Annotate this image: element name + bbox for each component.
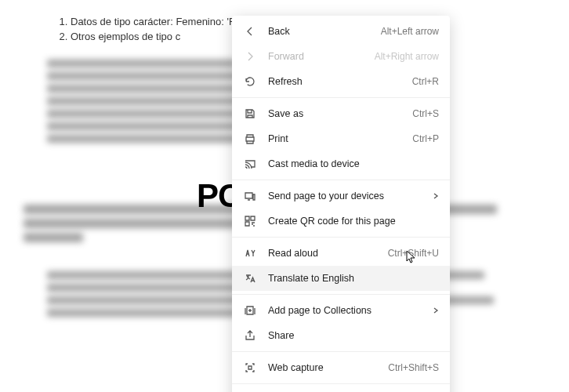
menu-send-page[interactable]: Send page to your devices — [232, 183, 450, 209]
back-arrow-icon — [243, 24, 257, 38]
menu-refresh-label: Refresh — [268, 76, 406, 87]
chevron-right-icon — [433, 193, 439, 199]
menu-web-capture-label: Web capture — [268, 362, 382, 373]
menu-separator — [232, 383, 450, 384]
menu-read-aloud-label: Read aloud — [268, 248, 382, 259]
menu-collections[interactable]: Add page to Collections — [232, 298, 450, 323]
qr-icon — [243, 214, 257, 228]
context-menu: Back Alt+Left arrow Forward Alt+Right ar… — [232, 16, 450, 392]
menu-separator — [232, 294, 450, 295]
read-aloud-icon — [243, 246, 257, 260]
menu-cast-label: Cast media to device — [268, 158, 439, 169]
collections-icon — [243, 303, 257, 318]
translate-icon — [243, 271, 257, 285]
menu-create-qr[interactable]: Create QR code for this page — [232, 209, 450, 234]
cast-icon — [243, 157, 257, 171]
menu-separator — [232, 237, 450, 238]
menu-view-source[interactable]: View page source Ctrl+U — [232, 387, 450, 392]
print-icon — [243, 132, 257, 146]
menu-back[interactable]: Back Alt+Left arrow — [232, 19, 450, 44]
refresh-icon — [243, 74, 257, 89]
chevron-right-icon — [433, 307, 439, 314]
menu-cast[interactable]: Cast media to device — [232, 151, 450, 176]
menu-save-as-shortcut: Ctrl+S — [412, 108, 439, 119]
menu-translate-label: Translate to English — [268, 273, 439, 284]
menu-share[interactable]: Share — [232, 323, 450, 348]
menu-refresh-shortcut: Ctrl+R — [412, 76, 439, 87]
menu-separator — [232, 97, 450, 98]
web-capture-icon — [243, 361, 257, 375]
save-icon — [243, 107, 257, 121]
menu-refresh[interactable]: Refresh Ctrl+R — [232, 69, 450, 94]
doc-line-2: Otros ejemplos de tipo c — [71, 31, 180, 42]
menu-print[interactable]: Print Ctrl+P — [232, 126, 450, 151]
menu-translate[interactable]: Translate to English — [232, 266, 450, 291]
menu-print-label: Print — [268, 133, 406, 144]
share-icon — [243, 328, 257, 343]
menu-forward-shortcut: Alt+Right arrow — [375, 51, 439, 62]
menu-separator — [232, 180, 450, 180]
menu-print-shortcut: Ctrl+P — [412, 133, 439, 144]
menu-separator — [232, 351, 450, 352]
menu-forward-label: Forward — [268, 51, 368, 62]
menu-share-label: Share — [268, 330, 439, 341]
menu-web-capture-shortcut: Ctrl+Shift+S — [388, 362, 439, 373]
menu-back-label: Back — [268, 26, 375, 37]
devices-icon — [243, 189, 257, 203]
menu-save-as[interactable]: Save as Ctrl+S — [232, 101, 450, 126]
menu-send-page-label: Send page to your devices — [268, 191, 426, 201]
menu-collections-label: Add page to Collections — [268, 305, 426, 316]
menu-read-aloud-shortcut: Ctrl+Shift+U — [388, 248, 439, 259]
menu-forward: Forward Alt+Right arrow — [232, 44, 450, 69]
menu-web-capture[interactable]: Web capture Ctrl+Shift+S — [232, 355, 450, 380]
menu-save-as-label: Save as — [268, 108, 406, 119]
menu-read-aloud[interactable]: Read aloud Ctrl+Shift+U — [232, 241, 450, 266]
menu-create-qr-label: Create QR code for this page — [268, 216, 439, 227]
forward-arrow-icon — [243, 49, 257, 64]
menu-back-shortcut: Alt+Left arrow — [381, 26, 439, 37]
